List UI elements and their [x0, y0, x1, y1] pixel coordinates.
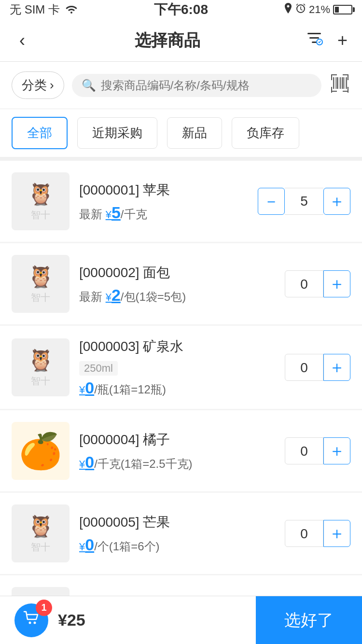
tab-all[interactable]: 全部 [12, 117, 68, 149]
cart-area: 1 ¥25 [0, 603, 256, 637]
unit-extra: (1箱=6个) [109, 540, 160, 553]
product-thumbnail: 🦉 智十 [12, 338, 70, 396]
category-chevron: › [50, 78, 54, 93]
product-info: [0000002] 面包 最新 ¥2/包(1袋=5包) [79, 264, 275, 305]
yen-symbol: ¥ [106, 291, 111, 303]
quantity-plus-button[interactable]: ＋ [323, 437, 350, 464]
status-right: 21% [284, 3, 352, 16]
page-title: 选择商品 [135, 29, 200, 52]
battery-percent: 21% [309, 3, 330, 16]
search-input[interactable] [101, 79, 312, 92]
quantity-input[interactable] [285, 188, 323, 215]
price-value: 2 [111, 286, 121, 304]
owl-icon: 🦉 [28, 514, 54, 539]
unit-extra: (1箱=2.5千克) [121, 457, 193, 470]
owl-icon: 🦉 [28, 348, 54, 373]
product-quantity-control: － ＋ [258, 188, 350, 215]
quantity-value: 0 [285, 354, 323, 381]
bottom-bar: 1 ¥25 选好了 [0, 596, 362, 644]
product-info: [0000003] 矿泉水 250ml ¥0/瓶(1箱=12瓶) [79, 337, 275, 397]
status-time: 下午6:08 [154, 0, 208, 19]
product-item: 🦉 智十 [0000003] 矿泉水 250ml ¥0/瓶(1箱=12瓶) 0 … [0, 326, 362, 409]
product-quantity-control: 0 ＋ [285, 354, 350, 381]
product-price: 最新 ¥2/包(1袋=5包) [79, 286, 275, 305]
price-unit: /千克 [94, 457, 121, 470]
price-unit: /包 [121, 290, 136, 303]
svg-rect-12 [348, 87, 348, 93]
product-price: ¥0/瓶(1箱=12瓶) [79, 378, 275, 397]
product-name: [0000003] 矿泉水 [79, 337, 275, 356]
quantity-plus-button[interactable]: ＋ [323, 188, 350, 215]
search-input-wrap: 🔍 [72, 74, 321, 97]
quantity-plus-button[interactable]: ＋ [323, 354, 350, 381]
owl-icon: 🦉 [28, 264, 54, 289]
search-magnifier-icon: 🔍 [82, 79, 96, 92]
back-button[interactable]: ‹ [14, 26, 30, 56]
no-sim-label: 无 SIM 卡 [10, 2, 60, 17]
cart-button[interactable]: 1 [14, 603, 48, 637]
price-unit: /个 [94, 540, 109, 553]
product-thumbnail: 🦉 智十 [12, 255, 70, 313]
svg-rect-15 [336, 77, 338, 89]
product-item: 🍊 [0000004] 橘子 ¥0/千克(1箱=2.5千克) 0 ＋ [0, 410, 362, 492]
category-label: 分类 [22, 77, 47, 94]
filter-icon[interactable] [306, 29, 323, 51]
product-name: [0000002] 面包 [79, 264, 275, 282]
add-icon[interactable]: + [337, 30, 348, 51]
quantity-value: 0 [285, 520, 323, 547]
price-value: 0 [85, 378, 94, 397]
quantity-minus-button[interactable]: － [258, 188, 285, 215]
yen-symbol: ¥ [79, 541, 85, 553]
product-info: [0000004] 橘子 ¥0/千克(1箱=2.5千克) [79, 431, 275, 472]
price-value: 0 [85, 535, 94, 554]
quantity-value: 0 [285, 270, 323, 297]
quantity-plus-button[interactable]: ＋ [323, 520, 350, 547]
confirm-button[interactable]: 选好了 [256, 596, 362, 644]
product-quantity-control: 0 ＋ [285, 270, 350, 297]
product-price: ¥0/千克(1箱=2.5千克) [79, 453, 275, 472]
unit-extra: (1袋=5包) [136, 290, 186, 303]
svg-rect-18 [342, 77, 344, 89]
svg-rect-10 [331, 87, 332, 93]
yen-symbol: ¥ [79, 458, 85, 470]
product-quantity-control: 0 ＋ [285, 520, 350, 547]
svg-rect-1 [307, 33, 321, 34]
svg-rect-16 [339, 77, 339, 89]
quantity-plus-button[interactable]: ＋ [323, 270, 350, 297]
owl-text: 智十 [31, 541, 50, 554]
quantity-value: 0 [285, 437, 323, 464]
tab-recent[interactable]: 近期采购 [77, 117, 157, 149]
svg-rect-8 [348, 74, 348, 80]
product-price: 最新 ¥5/千克 [79, 203, 248, 222]
product-thumbnail: 🦉 智十 [12, 504, 70, 562]
price-label: 最新 [79, 290, 106, 303]
product-info: [0000005] 芒果 ¥0/个(1箱=6个) [79, 513, 275, 554]
cart-badge: 1 [36, 600, 52, 616]
wifi-icon [65, 3, 78, 16]
unit-extra: (1箱=12瓶) [109, 383, 166, 396]
location-icon [284, 3, 292, 16]
price-value: 5 [111, 203, 121, 222]
svg-rect-6 [331, 74, 332, 80]
price-label: 最新 [79, 208, 106, 221]
price-unit: /瓶 [94, 383, 109, 396]
product-name: [0000001] 苹果 [79, 181, 248, 199]
yen-symbol: ¥ [106, 209, 111, 221]
product-item: 🦉 智十 [0000001] 苹果 最新 ¥5/千克 － ＋ [0, 161, 362, 242]
scan-barcode-icon[interactable] [329, 72, 350, 98]
owl-text: 智十 [31, 375, 50, 388]
product-info: [0000001] 苹果 最新 ¥5/千克 [79, 181, 248, 222]
filter-tabs: 全部 近期采购 新品 负库存 [0, 109, 362, 161]
tab-negative-stock[interactable]: 负库存 [232, 117, 299, 149]
svg-rect-14 [335, 77, 335, 89]
svg-rect-20 [346, 77, 347, 89]
product-quantity-control: 0 ＋ [285, 437, 350, 464]
category-button[interactable]: 分类 › [12, 71, 64, 99]
svg-point-21 [29, 622, 31, 624]
svg-rect-19 [345, 77, 345, 89]
svg-point-22 [34, 622, 36, 624]
product-item: 🦉 智十 [0000005] 芒果 ¥0/个(1箱=6个) 0 ＋ [0, 493, 362, 574]
owl-placeholder: 🦉 智十 [28, 514, 54, 554]
tab-new[interactable]: 新品 [167, 117, 222, 149]
owl-placeholder: 🦉 智十 [28, 182, 54, 222]
